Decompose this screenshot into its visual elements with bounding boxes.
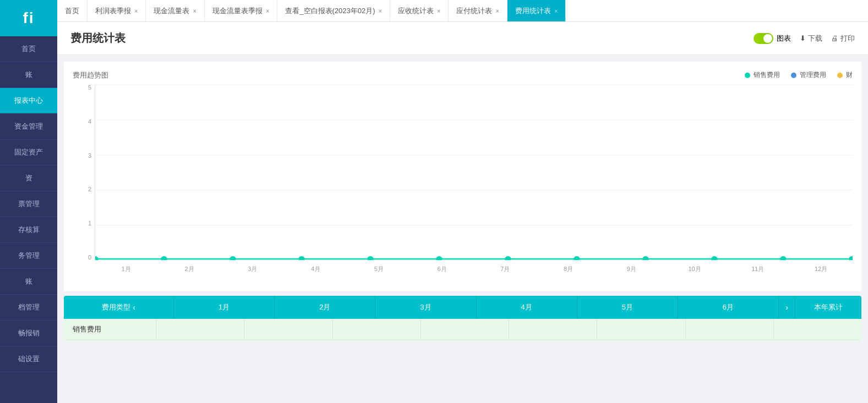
next-months-button[interactable]: ›	[785, 303, 788, 312]
tab-expense-stats[interactable]: 费用统计表 ×	[507, 0, 566, 22]
svg-point-4	[367, 256, 373, 260]
x-label-jan: 1月	[95, 265, 158, 273]
td-sales-jun	[597, 319, 685, 340]
th-month-6: 6月	[678, 296, 779, 319]
th-total: 本年累计	[795, 296, 861, 319]
sidebar-item-settings[interactable]: 础设置	[0, 346, 57, 372]
tab-close-profit-quarterly[interactable]: ×	[134, 8, 138, 14]
x-label-aug: 8月	[537, 265, 600, 273]
legend-dot-finance	[837, 73, 843, 78]
tab-close-expense-stats[interactable]: ×	[554, 8, 558, 14]
th-month-3: 3月	[375, 296, 476, 319]
chart-svg	[95, 85, 853, 260]
th-month-5: 5月	[577, 296, 678, 319]
x-label-may: 5月	[347, 265, 411, 273]
sidebar-item-services[interactable]: 务管理	[0, 243, 57, 269]
svg-point-7	[574, 256, 580, 260]
chart-toggle[interactable]	[754, 33, 773, 44]
legend-finance: 财	[837, 70, 853, 80]
x-label-jul: 7月	[474, 265, 537, 273]
tab-cashflow-quarterly[interactable]: 现金流量表季报 ×	[205, 0, 277, 22]
svg-point-10	[780, 256, 786, 260]
y-label-1: 1	[73, 220, 95, 227]
download-button[interactable]: ⬇ 下载	[800, 34, 822, 43]
td-sales-apr	[421, 319, 509, 340]
td-type-sales: 销售费用	[64, 319, 156, 340]
table-header-row: 费用类型 ‹ 1月 2月 3月 4月 5月	[64, 296, 861, 319]
legend-dot-admin	[791, 73, 796, 78]
sidebar-item-resources[interactable]: 资	[0, 165, 57, 191]
svg-point-5	[436, 256, 442, 260]
th-month-4: 4月	[477, 296, 577, 319]
svg-point-9	[711, 256, 717, 260]
x-label-sep: 9月	[600, 265, 663, 273]
tab-close-blank-report[interactable]: ×	[379, 8, 382, 14]
td-sales-feb	[244, 319, 332, 340]
tab-blank-report[interactable]: 查看_空白报表(2023年02月) ×	[277, 0, 390, 22]
y-label-4: 4	[73, 119, 95, 125]
td-sales-nav	[686, 319, 774, 340]
svg-point-1	[161, 256, 167, 260]
tab-close-receivable[interactable]: ×	[437, 8, 440, 14]
chart-area	[95, 85, 853, 261]
tab-bar: 首页 利润表季报 × 现金流量表 × 现金流量表季报 × 查看_空白报表(202…	[57, 0, 868, 22]
tab-receivable[interactable]: 应收统计表 ×	[390, 0, 449, 22]
th-month-2: 2月	[275, 296, 375, 319]
prev-months-button[interactable]: ‹	[133, 303, 135, 312]
sidebar-item-tickets[interactable]: 票管理	[0, 191, 57, 217]
chart-legend: 销售费用 管理费用 财	[745, 70, 853, 80]
header-actions: 图表 ⬇ 下载 🖨 打印	[754, 33, 855, 44]
download-icon: ⬇	[800, 34, 806, 42]
chart-toggle-wrap[interactable]: 图表	[754, 33, 791, 44]
svg-point-8	[642, 256, 648, 260]
page-title: 费用统计表	[70, 31, 125, 46]
svg-point-3	[298, 256, 304, 260]
print-icon: 🖨	[831, 34, 838, 42]
next-months-button-th: ›	[779, 296, 795, 319]
sidebar-logo: fi	[0, 0, 57, 36]
tab-close-payable[interactable]: ×	[495, 8, 499, 14]
th-month-1: 1月	[174, 296, 275, 319]
td-sales-mar	[333, 319, 421, 340]
print-button[interactable]: 🖨 打印	[831, 34, 855, 43]
legend-dot-sales	[745, 73, 750, 78]
table-row-sales: 销售费用	[64, 319, 861, 340]
sidebar-item-archive[interactable]: 档管理	[0, 295, 57, 321]
x-axis: 1月 2月 3月 4月 5月 6月 7月 8月 9月 10月 11月 12月	[95, 261, 853, 283]
chart-container: 0 1 2 3 4 5	[73, 85, 853, 283]
sidebar: fi 首页 账 报表中心 资金管理 固定资产 资 票管理 存核算 务管理 账 档…	[0, 0, 57, 403]
tab-close-cashflow-quarterly[interactable]: ×	[266, 8, 269, 14]
td-sales-may	[509, 319, 597, 340]
x-label-jun: 6月	[411, 265, 474, 273]
x-label-oct: 10月	[663, 265, 727, 273]
x-label-nov: 11月	[727, 265, 790, 273]
sidebar-item-funds[interactable]: 资金管理	[0, 114, 57, 140]
y-label-5: 5	[73, 85, 95, 91]
sidebar-item-assets[interactable]: 固定资产	[0, 140, 57, 165]
tab-close-cashflow[interactable]: ×	[193, 8, 196, 14]
chart-toggle-label: 图表	[777, 34, 791, 43]
sidebar-item-home[interactable]: 首页	[0, 36, 57, 62]
sidebar-item-inventory[interactable]: 存核算	[0, 217, 57, 243]
y-axis: 0 1 2 3 4 5	[73, 85, 95, 261]
chart-section: 费用趋势图 销售费用 管理费用 财	[64, 62, 861, 291]
tab-profit-quarterly[interactable]: 利润表季报 ×	[88, 0, 146, 22]
tab-home[interactable]: 首页	[57, 0, 88, 22]
tab-cashflow[interactable]: 现金流量表 ×	[146, 0, 204, 22]
x-label-feb: 2月	[158, 265, 221, 273]
sidebar-item-reports[interactable]: 报表中心	[0, 88, 57, 114]
y-label-0: 0	[73, 255, 95, 261]
svg-point-11	[849, 256, 853, 260]
sidebar-item-ledger[interactable]: 账	[0, 269, 57, 295]
td-sales-total	[774, 319, 861, 340]
legend-sales: 销售费用	[745, 70, 780, 80]
sidebar-item-account[interactable]: 账	[0, 62, 57, 88]
chart-title: 费用趋势图	[73, 70, 108, 80]
table-section: 费用类型 ‹ 1月 2月 3月 4月 5月	[64, 296, 861, 340]
th-type: 费用类型 ‹	[64, 296, 174, 319]
main-area: 首页 利润表季报 × 现金流量表 × 现金流量表季报 × 查看_空白报表(202…	[57, 0, 868, 403]
svg-point-2	[230, 256, 236, 260]
tab-payable[interactable]: 应付统计表 ×	[449, 0, 507, 22]
svg-point-6	[505, 256, 511, 260]
sidebar-item-expense[interactable]: 畅报销	[0, 321, 57, 346]
